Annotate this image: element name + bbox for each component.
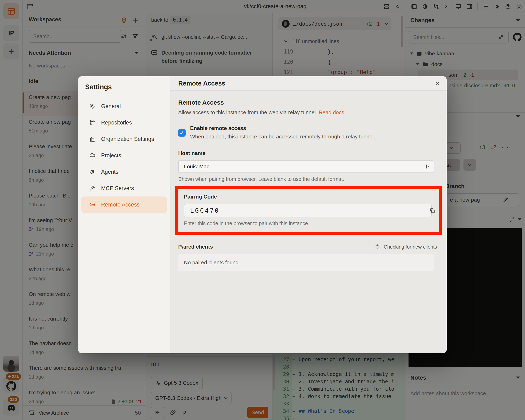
broadcast-icon: [89, 202, 95, 208]
settings-content: Remote Access Remote Access Allow access…: [170, 76, 447, 353]
close-icon[interactable]: [435, 79, 440, 88]
nav-item-agents[interactable]: Agents: [78, 164, 170, 180]
app-root: IP 22k 320 vk/ccf0-create-a-new-pag: [0, 0, 525, 420]
content-divider: [178, 281, 437, 281]
spinner-icon: [375, 244, 380, 250]
checkbox-label: Enable remote access: [190, 125, 375, 131]
nav-item-mcp-servers[interactable]: MCP Servers: [78, 180, 170, 196]
text-cursor-icon[interactable]: [423, 163, 430, 170]
settings-modal: Settings General Repositories Organizati…: [78, 76, 447, 353]
pairing-code-input[interactable]: [184, 204, 432, 217]
checkbox-description: When enabled, this instance can be acces…: [190, 133, 375, 140]
host-name-input[interactable]: [178, 160, 434, 173]
pairing-code-highlight: Pairing Code Enter this code in the brow…: [175, 186, 442, 235]
settings-title: Settings: [85, 83, 112, 91]
section-heading: Remote Access: [178, 99, 439, 106]
nav-item-projects[interactable]: Projects: [78, 147, 170, 164]
building-icon: [89, 136, 95, 142]
nav-item-general[interactable]: General: [78, 98, 170, 114]
host-name-label: Host name: [178, 150, 439, 157]
paired-clients-label: Paired clients: [178, 244, 213, 250]
git-branch-icon: [89, 120, 95, 126]
nav-item-repositories[interactable]: Repositories: [78, 114, 170, 131]
plug-icon: [89, 185, 95, 191]
cloud-icon: [89, 152, 95, 159]
enable-remote-access-checkbox[interactable]: [178, 129, 186, 137]
nav-item-organization-settings[interactable]: Organization Settings: [78, 131, 170, 147]
gear-icon: [89, 103, 95, 109]
checking-clients-status: Checking for new clients: [384, 244, 437, 250]
pairing-code-label: Pairing Code: [184, 194, 433, 200]
pairing-code-help: Enter this code in the browser to pair w…: [184, 220, 433, 226]
settings-nav: Settings General Repositories Organizati…: [78, 76, 170, 353]
panel-title: Remote Access: [178, 80, 225, 87]
host-name-help: Shown when pairing from browser. Leave b…: [178, 176, 439, 182]
cpu-icon: [89, 169, 95, 175]
section-description: Allow access to this instance from the w…: [178, 109, 317, 115]
nav-item-remote-access[interactable]: Remote Access: [81, 196, 167, 213]
copy-icon[interactable]: [429, 207, 435, 214]
no-paired-clients-card: No paired clients found.: [178, 254, 434, 271]
read-docs-link[interactable]: Read docs: [319, 109, 344, 115]
